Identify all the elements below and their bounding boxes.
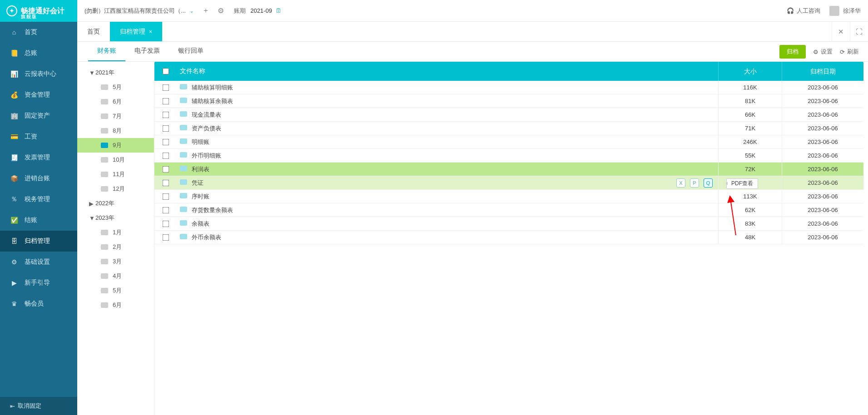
row-checkbox[interactable] — [163, 125, 169, 132]
row-checkbox[interactable] — [163, 166, 169, 173]
user-menu[interactable]: 徐泽华 — [829, 6, 861, 16]
sidebar-item-label: 首页 — [25, 28, 37, 36]
row-checkbox[interactable] — [163, 84, 169, 91]
row-checkbox[interactable] — [163, 111, 169, 118]
row-checkbox[interactable] — [163, 179, 169, 186]
view-pdf-icon[interactable]: Q — [704, 178, 713, 188]
fullscreen-icon[interactable]: ⛶ — [850, 22, 868, 42]
download-pdf-icon[interactable]: P — [690, 178, 699, 188]
subtab-财务账[interactable]: 财务账 — [88, 42, 125, 61]
period-value: 2021-09 — [250, 7, 272, 14]
table-row[interactable]: 现金流量表66K2023-06-06 — [154, 108, 863, 122]
table-row[interactable]: 外币明细账55K2023-06-06 — [154, 149, 863, 163]
file-name: 序时账 — [192, 193, 209, 200]
table-row[interactable]: 凭证53K2023-06-06XPQPDF查看 — [154, 176, 863, 190]
close-icon[interactable]: × — [149, 29, 152, 35]
unpin-icon: ⇤ — [10, 403, 15, 410]
tree-month-5月[interactable]: 5月 — [77, 80, 154, 94]
row-checkbox[interactable] — [163, 220, 169, 227]
file-size: 48K — [718, 231, 782, 244]
table-row[interactable]: 外币余额表48K2023-06-06 — [154, 231, 863, 244]
add-icon[interactable]: ＋ — [202, 6, 209, 15]
sidebar-unpin[interactable]: ⇤ 取消固定 — [0, 397, 77, 415]
tree-month-9月[interactable]: 9月 — [77, 138, 154, 153]
tree-month-8月[interactable]: 8月 — [77, 124, 154, 138]
table-row[interactable]: 辅助核算余额表81K2023-06-06 — [154, 94, 863, 108]
file-name: 外币余额表 — [192, 234, 221, 241]
tree-month-10月[interactable]: 10月 — [77, 153, 154, 167]
gear-icon[interactable]: ⚙ — [218, 6, 224, 15]
row-checkbox[interactable] — [163, 234, 169, 241]
folder-icon — [101, 302, 108, 308]
tree-month-11月[interactable]: 11月 — [77, 167, 154, 182]
file-name: 资产负债表 — [192, 125, 221, 132]
file-size: 113K — [718, 190, 782, 203]
tree-year-2023[interactable]: ▼2023年 — [77, 211, 154, 225]
table-row[interactable]: 存货数量余额表62K2023-06-06 — [154, 203, 863, 217]
sidebar-item-进销台账[interactable]: 📦进销台账 — [0, 168, 77, 189]
table-row[interactable]: 序时账113K2023-06-06 — [154, 190, 863, 203]
consult-button[interactable]: 🎧 人工咨询 — [787, 7, 820, 15]
tree-month-1月[interactable]: 1月 — [77, 225, 154, 240]
subtab-电子发票[interactable]: 电子发票 — [125, 42, 169, 61]
tree-month-6月[interactable]: 6月 — [77, 94, 154, 109]
folder-icon — [101, 288, 108, 293]
file-icon — [180, 98, 187, 103]
sidebar-item-固定资产[interactable]: 🏢固定资产 — [0, 105, 77, 126]
sidebar-item-总账[interactable]: 📒总账 — [0, 43, 77, 64]
subtab-银行回单[interactable]: 银行回单 — [169, 42, 213, 61]
row-checkbox[interactable] — [163, 152, 169, 159]
download-excel-icon[interactable]: X — [676, 178, 685, 188]
row-checkbox[interactable] — [163, 193, 169, 200]
sidebar-item-label: 总账 — [25, 49, 37, 57]
caret-down-icon: ▼ — [89, 69, 95, 76]
sidebar-item-新手引导[interactable]: ▶新手引导 — [0, 272, 77, 293]
sidebar-item-归档管理[interactable]: 🗄归档管理 — [0, 231, 77, 252]
select-all-checkbox[interactable] — [163, 68, 169, 74]
archive-button[interactable]: 归档 — [779, 45, 806, 59]
tree-month-2月[interactable]: 2月 — [77, 240, 154, 254]
sidebar-item-发票管理[interactable]: 🧾发票管理 — [0, 147, 77, 168]
sidebar-item-工资[interactable]: 💳工资 — [0, 126, 77, 147]
sidebar-item-资金管理[interactable]: 💰资金管理 — [0, 84, 77, 105]
tab-首页[interactable]: 首页 — [77, 22, 110, 41]
tree-month-4月[interactable]: 4月 — [77, 269, 154, 283]
sidebar-item-畅会员[interactable]: ♛畅会员 — [0, 293, 77, 314]
sidebar-item-结账[interactable]: ✅结账 — [0, 210, 77, 231]
folder-icon — [101, 99, 108, 104]
table-row[interactable]: 资产负债表71K2023-06-06 — [154, 122, 863, 135]
tree-year-2021[interactable]: ▼2021年 — [77, 65, 154, 80]
sidebar-item-基础设置[interactable]: ⚙基础设置 — [0, 252, 77, 272]
folder-icon — [101, 244, 108, 250]
home-icon: ⌂ — [10, 28, 18, 36]
row-checkbox[interactable] — [163, 138, 169, 145]
sidebar-item-云报表中心[interactable]: 📊云报表中心 — [0, 64, 77, 84]
folder-icon — [101, 128, 108, 133]
sidebar-item-税务管理[interactable]: ％税务管理 — [0, 189, 77, 210]
archive-date: 2023-06-06 — [782, 94, 863, 108]
tree-month-7月[interactable]: 7月 — [77, 109, 154, 124]
refresh-link[interactable]: ⟳刷新 — [840, 48, 859, 56]
file-icon — [180, 234, 187, 239]
file-name: 明细账 — [192, 138, 209, 145]
table-row[interactable]: 辅助核算明细账116K2023-06-06 — [154, 81, 863, 94]
close-tab-icon[interactable]: ✕ — [832, 22, 850, 42]
row-checkbox[interactable] — [163, 207, 169, 213]
tree-month-3月[interactable]: 3月 — [77, 254, 154, 269]
tree-year-2022[interactable]: ▶2022年 — [77, 196, 154, 211]
guide-icon: ▶ — [10, 279, 18, 287]
tab-归档管理[interactable]: 归档管理× — [110, 22, 162, 41]
table-row[interactable]: 明细账246K2023-06-06 — [154, 135, 863, 149]
tree-month-6月[interactable]: 6月 — [77, 298, 154, 312]
sidebar-item-首页[interactable]: ⌂首页 — [0, 22, 77, 43]
company-selector[interactable]: (勿删）江西服宝精品有限责任公司（... ⌄ — [84, 7, 194, 15]
tree-month-12月[interactable]: 12月 — [77, 182, 154, 196]
archive-date: 2023-06-06 — [782, 149, 863, 163]
settings-link[interactable]: ⚙设置 — [813, 48, 833, 56]
row-checkbox[interactable] — [163, 98, 169, 104]
table-row[interactable]: 利润表72K2023-06-06 — [154, 163, 863, 176]
table-row[interactable]: 余额表83K2023-06-06 — [154, 217, 863, 231]
tree-month-5月[interactable]: 5月 — [77, 283, 154, 298]
calendar-icon[interactable]: 🗓 — [276, 7, 282, 14]
sidebar-item-label: 发票管理 — [25, 153, 50, 162]
